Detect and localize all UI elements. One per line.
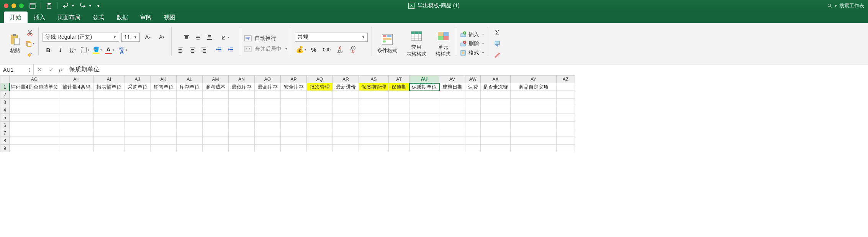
- cell-AP8[interactable]: [281, 137, 307, 145]
- column-header-AP[interactable]: AP: [281, 76, 307, 83]
- cell-AV1[interactable]: 建档日期: [439, 83, 465, 91]
- cell-AN7[interactable]: [229, 129, 255, 137]
- cell-AG2[interactable]: [10, 91, 59, 99]
- cell-AL4[interactable]: [177, 106, 203, 114]
- qat-customize[interactable]: ▼: [97, 4, 100, 8]
- cell-AX1[interactable]: 是否走冻链: [481, 83, 511, 91]
- cell-AX8[interactable]: [481, 137, 511, 145]
- cell-AM4[interactable]: [203, 106, 229, 114]
- cell-AY3[interactable]: [511, 99, 557, 106]
- cell-AN3[interactable]: [229, 99, 255, 106]
- cell-AX5[interactable]: [481, 114, 511, 122]
- cell-AG9[interactable]: [10, 145, 59, 152]
- cell-AS9[interactable]: [359, 145, 389, 152]
- cell-AJ2[interactable]: [124, 91, 151, 99]
- cell-AR5[interactable]: [333, 114, 359, 122]
- cell-AS7[interactable]: [359, 129, 389, 137]
- fill-color-button[interactable]: 🪣▾: [92, 45, 103, 55]
- column-header-AR[interactable]: AR: [333, 76, 359, 83]
- italic-button[interactable]: I: [55, 45, 66, 55]
- confirm-formula-button[interactable]: ✓: [45, 64, 57, 75]
- row-header-6[interactable]: 6: [0, 122, 10, 129]
- cell-AZ9[interactable]: [557, 145, 575, 152]
- cell-AN5[interactable]: [229, 114, 255, 122]
- cell-AL5[interactable]: [177, 114, 203, 122]
- fill-button[interactable]: [493, 40, 502, 48]
- save-button[interactable]: [46, 2, 52, 9]
- cell-AJ1[interactable]: 采购单位: [124, 83, 151, 91]
- cell-AU9[interactable]: [409, 145, 439, 152]
- column-header-AJ[interactable]: AJ: [124, 76, 151, 83]
- cell-AX2[interactable]: [481, 91, 511, 99]
- cell-AZ5[interactable]: [557, 114, 575, 122]
- decrease-font-button[interactable]: A▾: [156, 32, 167, 42]
- delete-cells-button[interactable]: 删除▾: [460, 40, 484, 47]
- cell-AI5[interactable]: [94, 114, 124, 122]
- border-button[interactable]: ▾: [79, 45, 91, 55]
- decrease-indent-button[interactable]: [214, 45, 224, 54]
- undo-dropdown[interactable]: ▼: [71, 4, 75, 8]
- column-header-AM[interactable]: AM: [203, 76, 229, 83]
- cell-AN9[interactable]: [229, 145, 255, 152]
- cell-AV6[interactable]: [439, 122, 465, 129]
- increase-font-button[interactable]: A▴: [142, 32, 154, 42]
- autosum-button[interactable]: Σ: [492, 29, 503, 37]
- format-painter-button[interactable]: [25, 50, 34, 59]
- cell-AO9[interactable]: [255, 145, 281, 152]
- column-header-AI[interactable]: AI: [94, 76, 124, 83]
- cell-AK6[interactable]: [151, 122, 177, 129]
- cell-AL1[interactable]: 库存单位: [177, 83, 203, 91]
- redo-button[interactable]: [79, 2, 86, 9]
- cell-AP6[interactable]: [281, 122, 307, 129]
- cell-AY8[interactable]: [511, 137, 557, 145]
- cell-AS1[interactable]: 保质期管理: [359, 83, 389, 91]
- maximize-window-button[interactable]: [19, 3, 24, 8]
- align-left-button[interactable]: [175, 45, 186, 54]
- tab-review[interactable]: 审阅: [134, 12, 158, 23]
- cell-AU6[interactable]: [409, 122, 439, 129]
- cell-AP1[interactable]: 安全库存: [281, 83, 307, 91]
- cell-AO6[interactable]: [255, 122, 281, 129]
- font-color-button[interactable]: A▾: [104, 45, 115, 55]
- cell-AY1[interactable]: 商品自定义项: [511, 83, 557, 91]
- cell-AK9[interactable]: [151, 145, 177, 152]
- cell-AU8[interactable]: [409, 137, 439, 145]
- cell-AY7[interactable]: [511, 129, 557, 137]
- cell-AO4[interactable]: [255, 106, 281, 114]
- row-header-8[interactable]: 8: [0, 137, 10, 145]
- cell-AW8[interactable]: [465, 137, 481, 145]
- cell-AR8[interactable]: [333, 137, 359, 145]
- cell-AQ9[interactable]: [307, 145, 333, 152]
- cell-AY6[interactable]: [511, 122, 557, 129]
- cell-AU3[interactable]: [409, 99, 439, 106]
- column-header-AU[interactable]: AU: [409, 76, 439, 83]
- cell-AU7[interactable]: [409, 129, 439, 137]
- currency-button[interactable]: 💰▾: [295, 45, 306, 55]
- cell-AT2[interactable]: [389, 91, 409, 99]
- number-format-select[interactable]: 常规▼: [295, 33, 368, 42]
- cell-AJ5[interactable]: [124, 114, 151, 122]
- phonetic-button[interactable]: abcA▾: [116, 45, 128, 55]
- cell-AW7[interactable]: [465, 129, 481, 137]
- redo-dropdown[interactable]: ▼: [88, 4, 92, 8]
- cell-AU1[interactable]: 保质期单位: [409, 83, 439, 91]
- cell-AK3[interactable]: [151, 99, 177, 106]
- column-header-AS[interactable]: AS: [359, 76, 389, 83]
- cell-AV3[interactable]: [439, 99, 465, 106]
- column-header-AX[interactable]: AX: [481, 76, 511, 83]
- merge-button[interactable]: 合并后居中: [255, 46, 282, 53]
- cell-AX9[interactable]: [481, 145, 511, 152]
- cell-AJ7[interactable]: [124, 129, 151, 137]
- cell-AG1[interactable]: 辅计量4是否包装单位: [10, 83, 59, 91]
- cell-AN1[interactable]: 最低库存: [229, 83, 255, 91]
- cell-AU2[interactable]: [409, 91, 439, 99]
- cell-AX3[interactable]: [481, 99, 511, 106]
- table-format-button[interactable]: 套用 表格格式: [405, 29, 428, 58]
- cell-AQ5[interactable]: [307, 114, 333, 122]
- cell-AT6[interactable]: [389, 122, 409, 129]
- column-header-AN[interactable]: AN: [229, 76, 255, 83]
- column-header-AO[interactable]: AO: [255, 76, 281, 83]
- cell-AK2[interactable]: [151, 91, 177, 99]
- tab-view[interactable]: 视图: [158, 12, 182, 23]
- cell-AX6[interactable]: [481, 122, 511, 129]
